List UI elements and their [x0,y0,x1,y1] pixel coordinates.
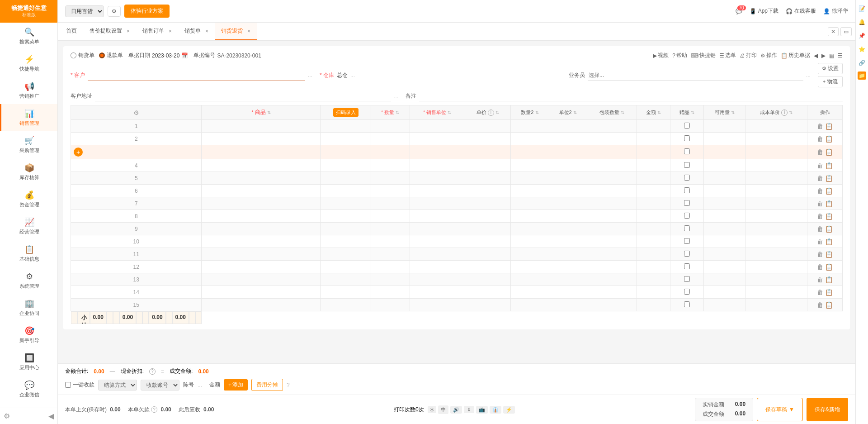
layout2-btn[interactable]: ☰ [838,52,843,59]
cell-cost-10[interactable] [745,235,807,248]
cell-pack-2[interactable] [587,133,637,145]
cell-qty2-5[interactable] [511,172,549,185]
cell-amount-11[interactable] [637,248,670,261]
staff-input[interactable] [588,70,803,81]
online-service-btn[interactable]: 🎧 在线客服 [786,7,816,15]
cell-unit-4[interactable] [410,159,465,172]
delete-btn-13[interactable]: 🗑 [817,276,823,283]
cell-qty-5[interactable] [371,172,410,185]
add-row-btn[interactable]: + [74,148,83,157]
cell-product-12[interactable] [202,261,321,273]
cell-pack-12[interactable] [587,261,637,273]
cell-avail-7[interactable] [704,197,745,210]
cell-price-15[interactable] [465,299,511,311]
delete-btn-14[interactable]: 🗑 [817,289,823,296]
message-icon-wrap[interactable]: 💬 70 [736,8,742,14]
cell-gift-11[interactable] [670,248,703,261]
product-input-14[interactable] [204,289,317,295]
tab-sale-order[interactable]: 销售订单× [136,23,178,40]
cell-pack-1[interactable] [587,120,637,133]
cell-pack-4[interactable] [587,159,637,172]
settings-side-btn[interactable]: ⚙ 设置 [818,63,843,74]
address-input[interactable] [95,91,391,101]
help-icon[interactable]: ? [287,382,290,388]
gift-checkbox-15[interactable] [684,301,690,307]
cell-amount-15[interactable] [637,299,670,311]
product-input-3[interactable] [204,149,317,155]
cell-price-13[interactable] [465,273,511,286]
next-btn[interactable]: ▶ [821,52,826,59]
cell-gift-1[interactable] [670,120,703,133]
copy-btn-3[interactable]: 📋 [825,148,833,156]
gift-checkbox-14[interactable] [684,289,690,295]
cell-product-11[interactable] [202,248,321,261]
gift-checkbox-13[interactable] [684,276,690,282]
cell-gift-6[interactable] [670,185,703,197]
cell-avail-5[interactable] [704,172,745,185]
delete-btn-7[interactable]: 🗑 [817,200,823,207]
cell-gift-13[interactable] [670,273,703,286]
tab-sale-return[interactable]: 销货退货× [215,23,257,40]
cell-product-10[interactable] [202,235,321,248]
cell-unit-15[interactable] [410,299,465,311]
cell-pack-5[interactable] [587,172,637,185]
cell-price-10[interactable] [465,235,511,248]
cell-product-4[interactable] [202,159,321,172]
product-input-8[interactable] [204,213,317,219]
cell-pack-10[interactable] [587,235,637,248]
price-info-icon[interactable]: i [488,110,494,116]
logistics-side-btn[interactable]: + 物流 [818,76,843,87]
settings-icon[interactable]: ⚙ [4,412,10,420]
cell-avail-9[interactable] [704,223,745,235]
due-count-info[interactable]: ? [151,406,157,413]
product-input-15[interactable] [204,302,317,308]
cell-qty-10[interactable] [371,235,410,248]
cell-amount-13[interactable] [637,273,670,286]
cell-unit2-13[interactable] [549,273,587,286]
gift-checkbox-4[interactable] [684,162,690,168]
cell-avail-4[interactable] [704,159,745,172]
sidebar-item-operation[interactable]: 📈经营管理 [0,213,57,240]
industry-dropdown[interactable]: 日用百货 [65,5,104,17]
copy-btn-10[interactable]: 📋 [825,238,833,245]
cell-qty2-6[interactable] [511,185,549,197]
history-btn[interactable]: 📋 历史单据 [781,52,810,59]
copy-btn-15[interactable]: 📋 [825,301,833,309]
cell-qty2-8[interactable] [511,210,549,223]
customer-more-btn[interactable]: ... [308,72,312,78]
address-more-btn[interactable]: ... [394,93,398,100]
product-input-12[interactable] [204,264,317,270]
remark-input[interactable] [419,91,843,101]
cell-unit2-7[interactable] [549,197,587,210]
cell-product-8[interactable] [202,210,321,223]
copy-btn-14[interactable]: 📋 [825,289,833,296]
cell-gift-12[interactable] [670,261,703,273]
cell-product-1[interactable] [202,120,321,133]
cell-amount-1[interactable] [637,120,670,133]
cell-pack-11[interactable] [587,248,637,261]
tab-close-sale[interactable]: × [205,28,208,34]
cell-pack-6[interactable] [587,185,637,197]
cell-qty2-11[interactable] [511,248,549,261]
cell-cost-15[interactable] [745,299,807,311]
gift-checkbox-2[interactable] [684,135,690,141]
copy-btn-1[interactable]: 📋 [825,123,833,130]
cell-cost-6[interactable] [745,185,807,197]
cell-amount-4[interactable] [637,159,670,172]
cell-unit2-5[interactable] [549,172,587,185]
cell-cost-8[interactable] [745,210,807,223]
onepay-checkbox[interactable]: 一键收款 [65,381,94,389]
cell-amount-6[interactable] [637,185,670,197]
sidebar-item-wechat[interactable]: 💬企业微信 [0,376,57,403]
cell-qty2-10[interactable] [511,235,549,248]
cell-cost-11[interactable] [745,248,807,261]
cell-qty-2[interactable] [371,133,410,145]
cell-product-3[interactable] [202,145,321,159]
cell-qty-7[interactable] [371,197,410,210]
cell-gift-7[interactable] [670,197,703,210]
operate-btn[interactable]: ⚙ 操作 [760,52,777,59]
app-download-btn[interactable]: 📱 App下载 [750,7,778,15]
copy-btn-4[interactable]: 📋 [825,162,833,169]
cell-avail-14[interactable] [704,286,745,299]
cell-qty2-15[interactable] [511,299,549,311]
